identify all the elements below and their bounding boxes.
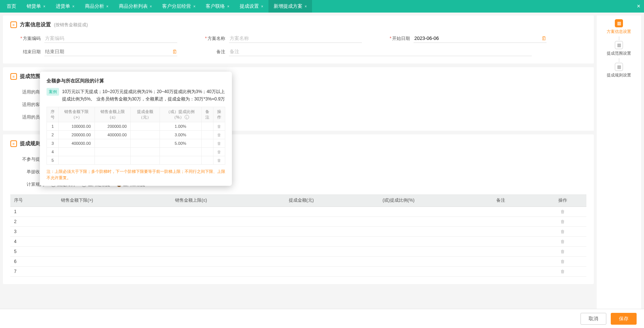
step-label: 提成范围设置 <box>607 51 631 56</box>
tab-新增提成方案[interactable]: 新增提成方案× <box>268 0 312 13</box>
panel-title: 提成范围 <box>20 73 41 80</box>
rule-th: 备注 <box>493 194 539 207</box>
panel-icon: ≡ <box>10 140 17 147</box>
rule-table: 序号销售金额下限(>)销售金额上限(≤)提成金额(元)(或)提成比例(%)备注操… <box>10 194 586 277</box>
delete-icon[interactable]: 🗑 <box>561 229 565 234</box>
plan-code-input[interactable] <box>44 34 177 43</box>
popup-th: 序号 <box>47 107 59 122</box>
panel-subtitle: (按销售金额提成) <box>54 22 88 28</box>
popup-row: 2200000.00400000.003.00%🗑 <box>47 130 225 139</box>
example-tag: 案例 <box>47 88 59 96</box>
close-icon[interactable]: × <box>72 4 75 8</box>
rule-row[interactable]: 5🗑 <box>10 247 586 257</box>
rule-row[interactable]: 4🗑 <box>10 237 586 247</box>
delete-icon[interactable]: 🗑 <box>217 150 221 154</box>
start-date-input[interactable] <box>414 34 541 42</box>
panel-scope: ≡ 提成范围 适用的商品适用的客户适用的员工 全额参与所在区间段的计算 案例 1… <box>3 67 594 131</box>
rule-row[interactable]: 2🗑 <box>10 217 586 227</box>
example-popup: 全额参与所在区间段的计算 案例 10万元以下无提成；10~20万元提成比例为1%… <box>40 72 232 186</box>
side-step-nav: ▦方案信息设置▦提成范围设置▦提成规则设置 <box>597 16 641 317</box>
tab-bar: 首页销货单×进货单×商品分析×商品分析列表×客户分层经营×客户联络×提成设置×新… <box>0 0 644 13</box>
label-end-date: 结束日期 <box>15 49 41 55</box>
delete-icon[interactable]: 🗑 <box>217 124 221 129</box>
close-all-tabs-icon[interactable]: × <box>637 0 640 13</box>
calendar-icon[interactable]: 🗓 <box>541 35 547 41</box>
step-label: 方案信息设置 <box>607 29 631 34</box>
step-1[interactable]: ▦提成范围设置 <box>607 41 631 56</box>
tab-首页[interactable]: 首页 <box>1 0 21 13</box>
popup-th: 操作 <box>213 107 225 122</box>
label-plan-code: *方案编码 <box>15 35 41 42</box>
rule-th: 提成金额(元) <box>285 194 379 207</box>
popup-title: 全额参与所在区间段的计算 <box>47 78 225 84</box>
save-button[interactable]: 保存 <box>611 313 637 318</box>
delete-icon[interactable]: 🗑 <box>217 133 221 137</box>
tab-进货单[interactable]: 进货单× <box>51 0 80 13</box>
close-icon[interactable]: × <box>227 4 229 8</box>
delete-icon[interactable]: 🗑 <box>561 269 565 274</box>
tab-客户分层经营[interactable]: 客户分层经营× <box>157 0 201 13</box>
step-0[interactable]: ▦方案信息设置 <box>607 19 631 34</box>
rule-row[interactable]: 7🗑 <box>10 267 586 277</box>
tab-商品分析列表[interactable]: 商品分析列表× <box>114 0 157 13</box>
info-icon[interactable]: i <box>185 115 189 119</box>
plan-name-input[interactable] <box>229 34 362 43</box>
popup-row: 1100000.00200000.001.00%🗑 <box>47 122 225 130</box>
popup-note: 注：上限必须大于下限；多个阶梯时，下一个阶梯下限要等于前一阶梯上限；不同行之间下… <box>47 168 225 181</box>
popup-row: 4🗑 <box>47 147 225 156</box>
popup-th: 提成金额（元） <box>131 107 160 122</box>
calendar-icon[interactable]: 🗓 <box>172 49 177 55</box>
step-label: 提成规则设置 <box>607 72 631 78</box>
panel-title: 方案信息设置 <box>20 21 51 28</box>
close-icon[interactable]: × <box>106 4 109 8</box>
delete-icon[interactable]: 🗑 <box>561 209 565 214</box>
tab-商品分析[interactable]: 商品分析× <box>80 0 114 13</box>
popup-row: 3400000.005.00%🗑 <box>47 139 225 147</box>
close-icon[interactable]: × <box>193 4 195 8</box>
delete-icon[interactable]: 🗑 <box>561 259 565 264</box>
rule-th: 销售金额下限(>) <box>57 194 171 207</box>
step-2[interactable]: ▦提成规则设置 <box>607 63 631 78</box>
rule-th: (或)提成比例(%) <box>379 194 493 207</box>
tab-提成设置[interactable]: 提成设置× <box>234 0 268 13</box>
delete-icon[interactable]: 🗑 <box>217 141 221 146</box>
panel-plan-info: ≡ 方案信息设置 (按销售金额提成) *方案编码 *方案名称 *开始日期 <box>3 16 594 64</box>
popup-th: （或）提成比例（%）i <box>160 107 201 122</box>
popup-row: 5🗑 <box>47 156 225 164</box>
delete-icon[interactable]: 🗑 <box>561 219 565 224</box>
tab-销货单[interactable]: 销货单× <box>21 0 51 13</box>
label-remark: 备注 <box>199 49 225 55</box>
delete-icon[interactable]: 🗑 <box>217 158 221 163</box>
end-date-input[interactable] <box>44 47 172 56</box>
panel-icon: ≡ <box>10 21 17 28</box>
panel-icon: ≡ <box>10 73 17 80</box>
cancel-button[interactable]: 取消 <box>580 313 606 318</box>
remark-input[interactable] <box>229 47 532 56</box>
popup-th: 备注 <box>201 107 213 122</box>
footer-bar: 取消 保存 <box>0 309 644 317</box>
popup-table: 序号销售金额下限（>）销售金额上限（≤）提成金额（元）（或）提成比例（%）i备注… <box>47 107 225 165</box>
popup-th: 销售金额下限（>） <box>59 107 95 122</box>
popup-th: 销售金额上限（≤） <box>95 107 130 122</box>
rule-th: 销售金额上限(≤) <box>171 194 285 207</box>
rule-row[interactable]: 6🗑 <box>10 257 586 267</box>
popup-description: 10万元以下无提成；10~20万元提成比例为1%；20~40万提成比例为3%；4… <box>62 88 225 103</box>
close-icon[interactable]: × <box>150 4 152 8</box>
step-icon: ▦ <box>615 63 623 71</box>
close-icon[interactable]: × <box>305 4 307 8</box>
rule-th: 序号 <box>10 194 57 207</box>
tab-客户联络[interactable]: 客户联络× <box>201 0 234 13</box>
close-icon[interactable]: × <box>261 4 263 8</box>
label-start-date: *开始日期 <box>384 35 410 42</box>
panel-title: 提成规则 <box>20 140 41 147</box>
step-icon: ▦ <box>615 19 623 27</box>
delete-icon[interactable]: 🗑 <box>561 239 565 244</box>
close-icon[interactable]: × <box>43 4 45 8</box>
label-plan-name: *方案名称 <box>199 35 225 42</box>
delete-icon[interactable]: 🗑 <box>561 249 565 254</box>
rule-row[interactable]: 3🗑 <box>10 227 586 237</box>
rule-row[interactable]: 1🗑 <box>10 207 586 217</box>
rule-th: 操作 <box>539 194 586 207</box>
step-icon: ▦ <box>615 41 623 49</box>
